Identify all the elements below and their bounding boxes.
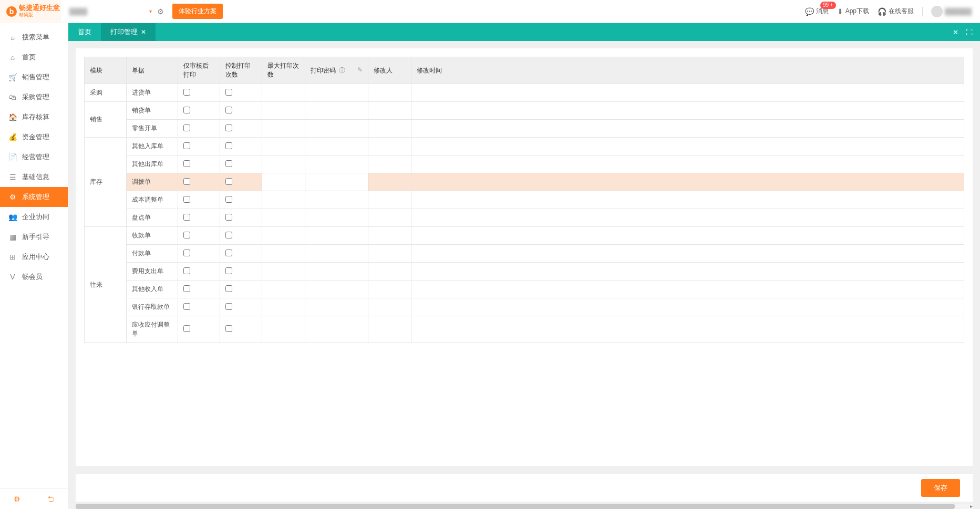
control-count-checkbox[interactable]: [225, 267, 232, 274]
avatar: [931, 6, 943, 17]
cell-modify-time: [411, 84, 964, 102]
audit-only-checkbox[interactable]: [183, 285, 190, 292]
audit-only-checkbox[interactable]: [183, 89, 190, 96]
sidebar-item-9[interactable]: 👥企业协同: [0, 207, 68, 227]
cell-modifier: [368, 138, 411, 155]
control-count-checkbox[interactable]: [225, 196, 232, 203]
control-count-checkbox[interactable]: [225, 325, 232, 332]
sidebar: ⌕搜索菜单⌂首页🛒销售管理🛍采购管理🏠库存核算💰资金管理📄经营管理☰基础信息⚙系…: [0, 23, 68, 509]
cell-control-count: [220, 120, 262, 138]
control-count-checkbox[interactable]: [225, 178, 232, 185]
user-menu[interactable]: ██████: [931, 6, 972, 17]
audit-only-checkbox[interactable]: [183, 267, 190, 274]
table-row: 销售销货单: [85, 102, 964, 120]
horizontal-scrollbar[interactable]: ▸: [76, 504, 973, 509]
control-count-checkbox[interactable]: [225, 107, 232, 113]
headset-icon: 🎧: [878, 7, 886, 16]
control-count-checkbox[interactable]: [225, 160, 232, 167]
audit-only-checkbox[interactable]: [183, 303, 190, 310]
sidebar-item-label: 经营管理: [22, 152, 49, 162]
industry-plan-button[interactable]: 体验行业方案: [172, 4, 223, 19]
sidebar-item-1[interactable]: ⌂首页: [0, 47, 68, 67]
cell-max-count: [262, 281, 305, 298]
cell-doc: 进货单: [127, 84, 178, 102]
control-count-checkbox[interactable]: [225, 285, 232, 292]
sidebar-icon: 🛍: [8, 93, 17, 101]
sidebar-item-7[interactable]: ☰基础信息: [0, 167, 68, 187]
audit-only-checkbox[interactable]: [183, 214, 190, 221]
cell-modify-time: [411, 173, 964, 191]
collapse-icon[interactable]: ⮌: [47, 495, 55, 503]
audit-only-checkbox[interactable]: [183, 142, 190, 149]
sidebar-item-label: 资金管理: [22, 132, 49, 142]
cell-max-count: [262, 84, 305, 102]
table-row: 往来收款单: [85, 227, 964, 245]
cell-modify-time: [411, 120, 964, 138]
th-control-count: 控制打印次数: [220, 57, 262, 84]
audit-only-checkbox[interactable]: [183, 107, 190, 113]
cell-password: [305, 191, 368, 209]
save-button[interactable]: 保存: [921, 479, 960, 497]
sidebar-item-8[interactable]: ⚙系统管理: [0, 187, 68, 207]
cell-modify-time: [411, 191, 964, 209]
control-count-checkbox[interactable]: [225, 303, 232, 310]
tab-0[interactable]: 首页: [68, 23, 101, 41]
sidebar-icon: ⊞: [8, 253, 17, 261]
control-count-checkbox[interactable]: [225, 232, 232, 238]
sidebar-icon: ⌕: [8, 33, 17, 41]
cell-doc: 调拨单: [127, 173, 178, 191]
audit-only-checkbox[interactable]: [183, 196, 190, 203]
fullscreen-icon[interactable]: ⛶: [966, 28, 973, 36]
scrollbar-thumb[interactable]: [76, 504, 955, 509]
table-row: 应收应付调整单: [85, 316, 964, 343]
sidebar-item-6[interactable]: 📄经营管理: [0, 147, 68, 167]
cell-modifier: [368, 191, 411, 209]
sidebar-item-3[interactable]: 🛍采购管理: [0, 87, 68, 107]
audit-only-checkbox[interactable]: [183, 325, 190, 332]
help-icon[interactable]: ⓘ: [339, 67, 345, 74]
sidebar-item-0[interactable]: ⌕搜索菜单: [0, 27, 68, 47]
audit-only-checkbox[interactable]: [183, 124, 190, 131]
control-count-checkbox[interactable]: [225, 89, 232, 96]
cell-max-count[interactable]: [262, 173, 305, 191]
app-download-button[interactable]: ⬇ App下载: [837, 7, 869, 16]
gear-icon[interactable]: ⚙: [157, 7, 164, 16]
sidebar-item-11[interactable]: ⊞应用中心: [0, 247, 68, 267]
cell-modifier: [368, 102, 411, 120]
cell-control-count: [220, 191, 262, 209]
sidebar-item-4[interactable]: 🏠库存核算: [0, 107, 68, 127]
table-row: 盘点单: [85, 209, 964, 227]
sidebar-item-12[interactable]: V畅会员: [0, 267, 68, 287]
cell-module: 往来: [85, 227, 127, 343]
control-count-checkbox[interactable]: [225, 142, 232, 149]
cell-doc: 应收应付调整单: [127, 316, 178, 343]
sidebar-item-10[interactable]: ▦新手引导: [0, 227, 68, 247]
sidebar-item-label: 系统管理: [22, 192, 49, 202]
cell-modify-time: [411, 316, 964, 343]
settings-icon[interactable]: ⚙: [14, 495, 20, 503]
control-count-checkbox[interactable]: [225, 214, 232, 221]
online-service-button[interactable]: 🎧 在线客服: [878, 7, 914, 16]
company-selector[interactable]: ████ ▾: [69, 8, 152, 15]
audit-only-checkbox[interactable]: [183, 250, 190, 256]
cell-password[interactable]: [305, 173, 368, 191]
control-count-checkbox[interactable]: [225, 124, 232, 131]
audit-only-checkbox[interactable]: [183, 160, 190, 167]
edit-icon[interactable]: ✎: [357, 66, 363, 74]
tab-1[interactable]: 打印管理✕: [101, 23, 156, 41]
audit-only-checkbox[interactable]: [183, 232, 190, 238]
close-icon[interactable]: ✕: [141, 28, 146, 36]
control-count-checkbox[interactable]: [225, 250, 232, 256]
close-all-tabs-icon[interactable]: ✕: [953, 28, 958, 36]
message-button[interactable]: 💬 消息 99 +: [805, 7, 829, 16]
audit-only-checkbox[interactable]: [183, 178, 190, 185]
service-label: 在线客服: [889, 7, 914, 16]
scroll-right-icon[interactable]: ▸: [970, 503, 973, 509]
cell-password: [305, 84, 368, 102]
cell-audit-only: [178, 316, 220, 343]
th-modifier: 修改人: [368, 57, 411, 84]
sidebar-item-label: 畅会员: [22, 272, 43, 282]
cell-password: [305, 245, 368, 263]
sidebar-item-5[interactable]: 💰资金管理: [0, 127, 68, 147]
sidebar-item-2[interactable]: 🛒销售管理: [0, 67, 68, 87]
